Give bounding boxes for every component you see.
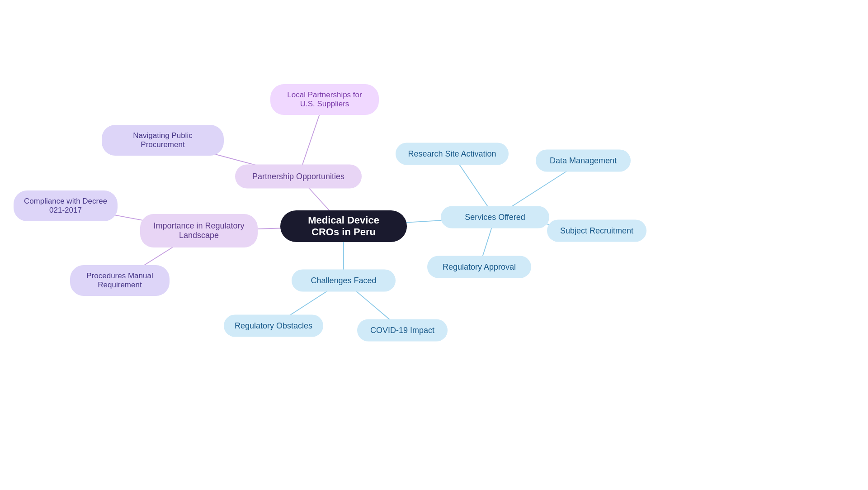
mind-map: Medical Device CROs in PeruPartnership O… bbox=[0, 0, 868, 490]
node-regulatory-approval[interactable]: Regulatory Approval bbox=[427, 256, 531, 278]
node-importance[interactable]: Importance in Regulatory Landscape bbox=[140, 214, 258, 247]
node-local-partnerships[interactable]: Local Partnerships for U.S. Suppliers bbox=[270, 84, 379, 115]
node-navigating[interactable]: Navigating Public Procurement bbox=[102, 125, 224, 156]
node-data-management[interactable]: Data Management bbox=[536, 150, 631, 172]
node-subject-recruitment[interactable]: Subject Recruitment bbox=[547, 220, 646, 242]
node-compliance[interactable]: Compliance with Decree 021-2017 bbox=[14, 190, 118, 221]
connections-svg bbox=[0, 0, 868, 490]
node-challenges[interactable]: Challenges Faced bbox=[292, 270, 396, 292]
node-regulatory-obstacles[interactable]: Regulatory Obstacles bbox=[224, 315, 323, 337]
node-center[interactable]: Medical Device CROs in Peru bbox=[280, 210, 407, 242]
node-partnership[interactable]: Partnership Opportunities bbox=[235, 165, 362, 189]
node-services[interactable]: Services Offered bbox=[441, 206, 549, 228]
node-procedures[interactable]: Procedures Manual Requirement bbox=[70, 265, 170, 296]
node-covid[interactable]: COVID-19 Impact bbox=[357, 319, 448, 342]
node-research-site[interactable]: Research Site Activation bbox=[396, 143, 509, 165]
